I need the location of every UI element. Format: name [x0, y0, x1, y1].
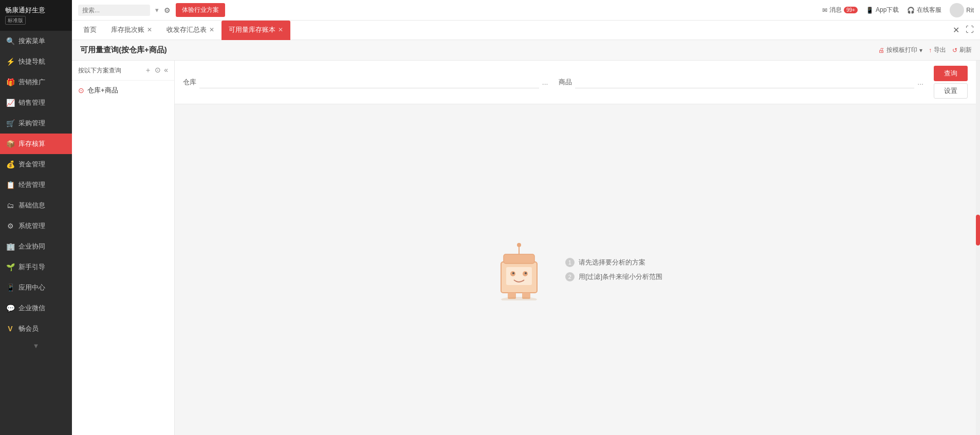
tab-close-icon[interactable]: ✕	[147, 27, 152, 33]
export-label: 导出	[934, 46, 946, 54]
sidebar-item-label: 销售管理	[19, 98, 45, 107]
svg-point-5	[525, 272, 527, 274]
app-download-item[interactable]: 📱 App下载	[866, 6, 899, 14]
sidebar-item-sales[interactable]: 📈 销售管理	[0, 92, 72, 113]
sidebar-item-label: 搜索菜单	[19, 36, 45, 46]
avatar	[950, 3, 964, 17]
sidebar-item-system[interactable]: ⚙ 系统管理	[0, 216, 72, 236]
sidebar-item-inventory[interactable]: 📦 库存核算	[0, 134, 72, 154]
app-name: 畅康通好生意	[5, 6, 67, 15]
svg-point-4	[512, 272, 514, 274]
warehouse-input[interactable]	[199, 77, 539, 88]
online-service-item[interactable]: 🎧 在线客服	[907, 6, 941, 14]
sidebar-item-enterprise[interactable]: 🏢 企业协同	[0, 236, 72, 257]
trial-button[interactable]: 体验行业方案	[176, 3, 225, 17]
tab-batch-account[interactable]: 库存批次账 ✕	[104, 21, 159, 40]
refresh-button[interactable]: ↺ 刷新	[952, 46, 972, 54]
empty-illustration	[488, 239, 550, 300]
sidebar-item-finance[interactable]: 💰 资金管理	[0, 154, 72, 175]
tip-number-1: 1	[565, 258, 575, 267]
export-button[interactable]: ↑ 导出	[929, 46, 946, 54]
product-input[interactable]	[575, 77, 915, 88]
sidebar-item-member[interactable]: V 畅会员	[0, 318, 72, 339]
sidebar-item-newbie[interactable]: 🌱 新手引导	[0, 257, 72, 277]
export-icon: ↑	[929, 47, 932, 54]
chevron-down-icon[interactable]: ▾	[155, 6, 159, 14]
filter-item-label: 仓库+商品	[87, 86, 118, 95]
gift-icon: 🎁	[6, 78, 14, 86]
chevron-down-icon: ▾	[919, 47, 922, 54]
right-scrollbar[interactable]	[976, 61, 980, 435]
message-icon: ✉	[822, 7, 827, 14]
warehouse-more-btn[interactable]: ...	[542, 78, 548, 86]
sidebar-item-label: 经营管理	[19, 180, 45, 190]
svg-point-8	[517, 243, 521, 247]
gear-icon: ⚙	[6, 222, 14, 230]
sidebar-item-label: 库存核算	[19, 139, 45, 148]
message-item[interactable]: ✉ 消息 99+	[822, 6, 858, 14]
add-filter-icon[interactable]: ＋	[144, 66, 152, 75]
cart-icon: 🛒	[6, 119, 14, 127]
product-field: 商品 ...	[559, 77, 924, 88]
sidebar-item-label: 采购管理	[19, 119, 45, 128]
product-more-btn[interactable]: ...	[917, 78, 923, 86]
tab-label: 可用量库存账本	[229, 25, 275, 34]
sidebar-item-search[interactable]: 🔍 搜索菜单	[0, 31, 72, 51]
folder-icon: 🗂	[6, 201, 14, 210]
sidebar-item-label: 营销推广	[19, 78, 45, 87]
app-version: 标准版	[5, 16, 26, 25]
tab-close-icon[interactable]: ✕	[209, 27, 214, 33]
settings-icon[interactable]: ⚙	[164, 6, 171, 14]
filter-panel: 按以下方案查询 ＋ ⊙ « ⊙ 仓库+商品	[72, 61, 175, 435]
tab-available-ledger[interactable]: 可用量库存账本 ✕	[221, 21, 290, 40]
tabs-bar: 首页 库存批次账 ✕ 收发存汇总表 ✕ 可用量库存账本 ✕ ✕ ⛶	[72, 21, 980, 40]
sidebar-item-label: 畅会员	[19, 324, 39, 333]
app-download-label: App下载	[876, 6, 899, 14]
tab-label: 首页	[83, 25, 97, 34]
message-label: 消息	[829, 6, 842, 14]
filter-scheme-icon: ⊙	[78, 86, 84, 94]
warehouse-label: 仓库	[183, 78, 196, 87]
phone-icon: 📱	[866, 7, 874, 14]
expand-icon[interactable]: ⛶	[964, 25, 976, 35]
tab-home[interactable]: 首页	[76, 21, 104, 40]
tip-number-2: 2	[565, 272, 575, 281]
sidebar-item-basic[interactable]: 🗂 基础信息	[0, 195, 72, 216]
user-avatar-item[interactable]: Rit	[950, 3, 974, 17]
page-header: 可用量查询(按仓库+商品) 🖨 按模板打印 ▾ ↑ 导出 ↺ 刷新	[72, 40, 980, 61]
list-icon: 📋	[6, 181, 14, 189]
collapse-filter-icon[interactable]: «	[164, 66, 168, 75]
filter-item-warehouse-product[interactable]: ⊙ 仓库+商品	[72, 81, 174, 100]
filter-panel-title: 按以下方案查询	[78, 66, 121, 75]
print-template-button[interactable]: 🖨 按模板打印 ▾	[878, 46, 922, 54]
sidebar-item-shortcut[interactable]: ⚡ 快捷导航	[0, 51, 72, 72]
query-area: 仓库 ... 商品 ... 查询 设置	[175, 61, 976, 435]
sidebar: 畅康通好生意 标准版 🔍 搜索菜单 ⚡ 快捷导航 🎁 营销推广 📈 销售管理 🛒…	[0, 0, 72, 435]
tab-close-icon[interactable]: ✕	[278, 27, 283, 33]
topbar-search-input[interactable]	[78, 5, 150, 16]
scrollbar-thumb[interactable]	[976, 215, 980, 245]
sidebar-item-apps[interactable]: 📱 应用中心	[0, 277, 72, 298]
svg-rect-6	[504, 254, 534, 263]
tab-receipt-summary[interactable]: 收发存汇总表 ✕	[159, 21, 221, 40]
main-content: ▾ ⚙ 体验行业方案 ✉ 消息 99+ 📱 App下载 🎧 在线客服 Rit	[72, 0, 980, 435]
vip-icon: V	[6, 325, 14, 333]
sidebar-item-purchase[interactable]: 🛒 采购管理	[0, 113, 72, 134]
shortcut-icon: ⚡	[6, 58, 14, 66]
sidebar-item-wechat[interactable]: 💬 企业微信	[0, 298, 72, 318]
tip-text-1: 请先选择要分析的方案	[579, 258, 645, 267]
sidebar-header: 畅康通好生意 标准版	[0, 0, 72, 31]
query-button[interactable]: 查询	[934, 66, 968, 81]
headset-icon: 🎧	[907, 7, 915, 14]
sidebar-scroll-down[interactable]: ▼	[0, 339, 72, 353]
filter-settings-button[interactable]: 设置	[934, 83, 968, 99]
tab-label: 收发存汇总表	[167, 25, 207, 34]
search-icon: 🔍	[6, 37, 14, 45]
message-badge: 99+	[844, 7, 858, 13]
sidebar-item-marketing[interactable]: 🎁 营销推广	[0, 72, 72, 92]
page-title: 可用量查询(按仓库+商品)	[80, 45, 167, 55]
close-tab-icon[interactable]: ✕	[951, 25, 961, 35]
sidebar-item-operations[interactable]: 📋 经营管理	[0, 175, 72, 195]
tab-label: 库存批次账	[111, 25, 144, 34]
settings-filter-icon[interactable]: ⊙	[155, 66, 161, 75]
